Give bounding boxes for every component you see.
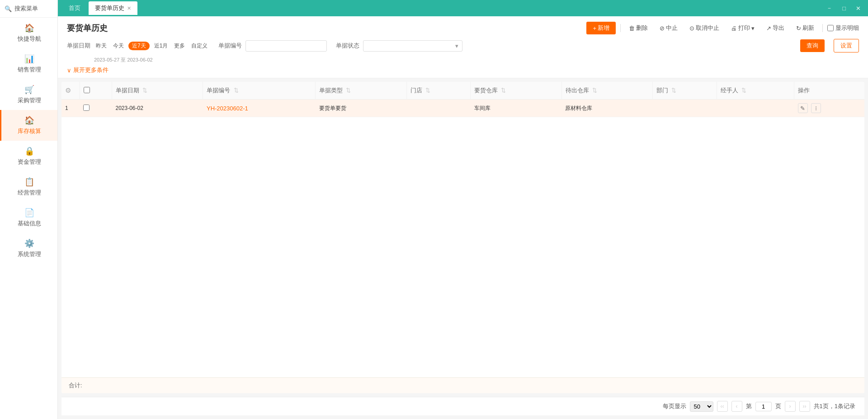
th-handler-sort[interactable]: ⇅ <box>741 87 746 94</box>
th-date-label: 单据日期 <box>116 87 139 94</box>
shortcut-7days[interactable]: 近7天 <box>128 42 150 50</box>
sales-icon: 📊 <box>24 54 34 64</box>
th-orderno: 单据编号 ⇅ <box>203 82 316 100</box>
th-store-sort[interactable]: ⇅ <box>425 87 430 94</box>
th-handler-label: 经手人 <box>721 87 738 94</box>
delete-icon: 🗑 <box>629 25 635 32</box>
sidebar-item-sales[interactable]: 📊 销售管理 <box>0 48 57 79</box>
shortcut-yesterday[interactable]: 昨天 <box>94 42 108 50</box>
print-dropdown-icon: ▾ <box>751 25 755 32</box>
table-body: 1 2023-06-02 YH-20230602-1 要货单要货 车间库 原材料… <box>61 100 864 117</box>
th-req-warehouse-label: 要货仓库 <box>474 87 498 94</box>
row-edit-icon[interactable]: ✎ <box>798 103 808 113</box>
shortcut-today[interactable]: 今天 <box>111 42 126 50</box>
orderno-link[interactable]: YH-20230602-1 <box>207 105 248 112</box>
sidebar-item-operations[interactable]: 📋 经营管理 <box>0 171 57 202</box>
th-date-sort[interactable]: ⇅ <box>142 87 147 94</box>
th-ordertype-sort[interactable]: ⇅ <box>346 87 351 94</box>
suspend-button[interactable]: ⊘ 中止 <box>656 22 681 34</box>
date-filter-label: 单据日期 <box>67 42 90 50</box>
th-pending-warehouse: 待出仓库 ⇅ <box>561 82 652 100</box>
minimize-button[interactable]: － <box>824 3 835 13</box>
th-department-sort[interactable]: ⇅ <box>671 87 676 94</box>
row-more-icon[interactable]: ⁝ <box>811 103 821 113</box>
operations-icon: 📋 <box>24 177 34 187</box>
new-label: 新增 <box>598 24 609 32</box>
close-button[interactable]: ✕ <box>853 4 863 13</box>
th-operation: 操作 <box>794 82 864 100</box>
date-range-display: 2023-05-27 至 2023-06-02 <box>67 56 859 63</box>
table-row: 1 2023-06-02 YH-20230602-1 要货单要货 车间库 原材料… <box>61 100 864 117</box>
divider-2 <box>822 24 823 32</box>
th-settings[interactable]: ⚙ <box>61 82 80 100</box>
table-head: ⚙ 单据日期 ⇅ 单据编号 ⇅ 单据类型 <box>61 82 864 100</box>
shortcut-more[interactable]: 更多 <box>172 42 187 50</box>
sidebar-item-system[interactable]: ⚙️ 系统管理 <box>0 233 57 264</box>
th-store: 门店 ⇅ <box>406 82 471 100</box>
sidebar-item-inventory[interactable]: 🏠 库存核算 <box>0 110 57 141</box>
sidebar-search[interactable]: 🔍 搜索菜单 <box>0 0 57 18</box>
purchase-icon: 🛒 <box>24 85 34 95</box>
th-orderno-sort[interactable]: ⇅ <box>234 87 239 94</box>
display-detail-checkbox[interactable] <box>827 25 834 31</box>
delete-button[interactable]: 🗑 删除 <box>625 22 651 34</box>
td-store <box>406 100 471 117</box>
filter-date-group: 单据日期 昨天 今天 近7天 近1月 更多 自定义 <box>67 42 209 50</box>
print-button[interactable]: 🖨 打印 ▾ <box>727 22 758 34</box>
status-select[interactable]: ▾ <box>363 40 462 52</box>
td-ordertype: 要货单要货 <box>316 100 406 117</box>
cancel-suspend-button[interactable]: ⊙ 取消中止 <box>686 22 723 34</box>
sidebar-item-finance[interactable]: 🔒 资金管理 <box>0 141 57 171</box>
maximize-button[interactable]: □ <box>840 4 849 13</box>
table-wrap: ⚙ 单据日期 ⇅ 单据编号 ⇅ 单据类型 <box>61 82 864 377</box>
table-header-row: ⚙ 单据日期 ⇅ 单据编号 ⇅ 单据类型 <box>61 82 864 100</box>
finance-icon: 🔒 <box>24 146 34 156</box>
shortcut-1month[interactable]: 近1月 <box>152 42 170 50</box>
shortcut-custom[interactable]: 自定义 <box>189 42 209 50</box>
display-detail-toggle[interactable]: 显示明细 <box>827 24 859 32</box>
select-all-checkbox[interactable] <box>84 87 90 93</box>
cancel-suspend-icon: ⊙ <box>689 25 694 32</box>
pg-next-button[interactable]: › <box>785 401 796 412</box>
sidebar-item-quick-nav[interactable]: 🏠 快捷导航 <box>0 18 57 48</box>
suspend-label: 中止 <box>666 24 678 32</box>
per-page-label: 每页显示 <box>663 402 686 410</box>
th-pending-warehouse-sort[interactable]: ⇅ <box>592 87 597 94</box>
toolbar: + 新增 🗑 删除 ⊘ 中止 ⊙ 取消中止 <box>586 22 859 34</box>
settings-button[interactable]: 设置 <box>834 39 859 52</box>
export-icon: ↗ <box>766 25 771 32</box>
date-shortcuts: 昨天 今天 近7天 近1月 更多 自定义 <box>94 42 209 50</box>
sidebar-item-basic-info[interactable]: 📄 基础信息 <box>0 202 57 233</box>
orderno-input[interactable] <box>245 40 327 52</box>
refresh-label: 刷新 <box>802 24 814 32</box>
expand-row: ∨ 展开更多条件 <box>67 66 859 74</box>
pg-last-button[interactable]: ›› <box>799 401 810 412</box>
sidebar-item-purchase[interactable]: 🛒 采购管理 <box>0 79 57 110</box>
per-page-select[interactable]: 20 50 100 <box>690 401 713 412</box>
new-icon: + <box>593 25 596 32</box>
pg-current-input[interactable] <box>755 402 772 411</box>
td-operation: ✎ ⁝ <box>794 100 864 117</box>
export-label: 导出 <box>773 24 784 32</box>
tab-home[interactable]: 首页 <box>62 1 87 15</box>
pg-label-before: 第 <box>746 402 752 410</box>
sidebar-item-label: 基础信息 <box>18 219 41 228</box>
pg-first-button[interactable]: ‹‹ <box>717 401 728 412</box>
sidebar-item-label: 采购管理 <box>18 96 41 105</box>
refresh-button[interactable]: ↻ 刷新 <box>793 22 818 34</box>
export-button[interactable]: ↗ 导出 <box>763 22 788 34</box>
search-button[interactable]: 查询 <box>800 39 825 52</box>
new-button[interactable]: + 新增 <box>586 22 616 34</box>
tab-close-icon[interactable]: ✕ <box>127 5 131 11</box>
th-pending-warehouse-label: 待出仓库 <box>566 87 589 94</box>
expand-button[interactable]: ∨ 展开更多条件 <box>67 66 859 74</box>
sidebar-item-label: 资金管理 <box>18 158 41 166</box>
delete-label: 删除 <box>636 24 648 32</box>
row-checkbox[interactable] <box>83 105 90 111</box>
tab-requisition-history[interactable]: 要货单历史 ✕ <box>89 1 137 15</box>
sidebar-item-label: 系统管理 <box>18 250 41 258</box>
td-num: 1 <box>61 100 80 117</box>
pg-prev-button[interactable]: ‹ <box>731 401 742 412</box>
filter-status-group: 单据状态 ▾ <box>336 40 462 52</box>
th-req-warehouse-sort[interactable]: ⇅ <box>501 87 506 94</box>
